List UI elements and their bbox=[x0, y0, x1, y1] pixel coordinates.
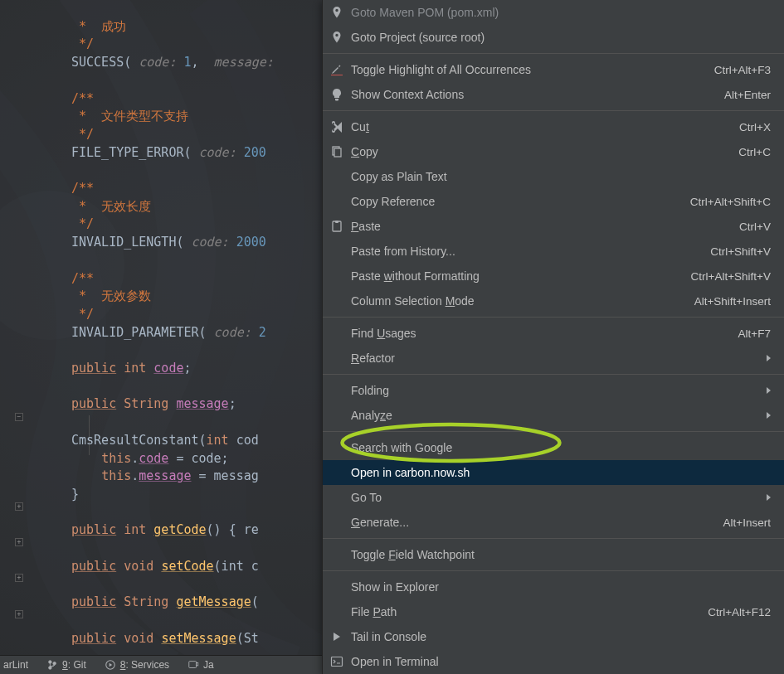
menu-search-google[interactable]: Search with Google bbox=[323, 435, 784, 460]
services-run-icon bbox=[105, 659, 116, 671]
svg-rect-7 bbox=[335, 221, 338, 223]
keyword: public bbox=[71, 594, 116, 609]
method: setCode bbox=[161, 559, 213, 574]
fold-toggle[interactable]: + bbox=[15, 538, 23, 546]
menu-shortcut: Alt+Shift+Insert bbox=[694, 295, 771, 308]
menu-cut[interactable]: Cut Ctrl+X bbox=[323, 114, 784, 139]
doc-end: */ bbox=[71, 127, 94, 142]
menu-show-context-actions[interactable]: Show Context Actions Alt+Enter bbox=[323, 82, 784, 107]
menu-goto-project[interactable]: Goto Project (source root) bbox=[323, 25, 784, 50]
docline: * bbox=[71, 289, 101, 303]
enum-const: INVALID_PARAMETER bbox=[71, 325, 199, 340]
doc-text: 无效长度 bbox=[101, 199, 151, 214]
enum-const: INVALID_LENGTH bbox=[71, 235, 176, 250]
menu-copy[interactable]: Copy Ctrl+C bbox=[323, 139, 784, 164]
menu-paste-history[interactable]: Paste from History... Ctrl+Shift+V bbox=[323, 239, 784, 264]
keyword: public bbox=[71, 559, 116, 574]
doc-end: */ bbox=[71, 36, 94, 51]
menu-label: Tail in Console bbox=[351, 630, 426, 643]
doc-text: 成功 bbox=[101, 19, 126, 34]
chevron-right-icon bbox=[767, 387, 771, 394]
menu-folding[interactable]: Folding bbox=[323, 378, 784, 403]
code-text: = code; bbox=[168, 451, 228, 466]
menu-separator bbox=[323, 570, 784, 571]
docline: * bbox=[71, 199, 101, 214]
fold-toggle[interactable]: + bbox=[15, 610, 23, 618]
menu-label: Search with Google bbox=[351, 441, 452, 454]
context-menu[interactable]: Goto Maven POM (pom.xml) Goto Project (s… bbox=[322, 0, 784, 674]
keyword: this bbox=[101, 451, 131, 466]
keyword: this bbox=[101, 468, 131, 483]
gutter: − + + + + bbox=[0, 0, 25, 655]
status-label: Ja bbox=[203, 659, 214, 671]
menu-open-carbon[interactable]: Open in carbon.now.sh bbox=[323, 460, 784, 485]
code-text: (int c bbox=[214, 559, 259, 574]
code-text: ( bbox=[251, 594, 259, 609]
param-label: code: bbox=[139, 55, 176, 70]
keyword: public bbox=[71, 396, 116, 411]
status-git[interactable]: 9: Git bbox=[46, 659, 86, 671]
fold-toggle[interactable]: − bbox=[15, 413, 23, 421]
keyword: public bbox=[71, 361, 116, 376]
menu-paste[interactable]: Paste Ctrl+V bbox=[323, 214, 784, 239]
svg-rect-12 bbox=[197, 662, 198, 666]
field: code bbox=[139, 451, 168, 466]
enum-const: FILE_TYPE_ERROR bbox=[71, 145, 183, 160]
menu-paste-without-formatting[interactable]: Paste without Formatting Ctrl+Alt+Shift+… bbox=[323, 264, 784, 289]
menu-analyze[interactable]: Analyze bbox=[323, 403, 784, 428]
menu-file-path[interactable]: File Path Ctrl+Alt+F12 bbox=[323, 599, 784, 624]
param-label: message: bbox=[214, 55, 274, 70]
method: getCode bbox=[153, 522, 206, 537]
menu-go-to[interactable]: Go To bbox=[323, 485, 784, 510]
menu-copy-reference[interactable]: Copy Reference Ctrl+Alt+Shift+C bbox=[323, 189, 784, 214]
menu-shortcut: Ctrl+Alt+F3 bbox=[714, 64, 771, 76]
menu-label: Generate... bbox=[351, 516, 409, 529]
menu-label: Open in carbon.now.sh bbox=[351, 466, 470, 479]
menu-label: Copy bbox=[351, 145, 378, 158]
menu-shortcut: Ctrl+Alt+F12 bbox=[708, 606, 771, 618]
menu-goto-maven-pom[interactable]: Goto Maven POM (pom.xml) bbox=[323, 0, 784, 25]
menu-label: File Path bbox=[351, 605, 397, 618]
menu-column-selection[interactable]: Column Selection Mode Alt+Shift+Insert bbox=[323, 289, 784, 313]
menu-label: Copy Reference bbox=[351, 195, 435, 208]
keyword: public bbox=[71, 522, 116, 537]
highlighter-icon bbox=[329, 62, 344, 77]
menu-shortcut: Ctrl+Alt+Shift+V bbox=[691, 270, 771, 283]
menu-show-explorer[interactable]: Show in Explorer bbox=[323, 575, 784, 599]
doc-open: /** bbox=[71, 91, 94, 106]
menu-copy-plain[interactable]: Copy as Plain Text bbox=[323, 164, 784, 189]
type: int bbox=[124, 361, 146, 376]
menu-find-usages[interactable]: Find Usages Alt+F7 bbox=[323, 321, 784, 346]
branch-icon bbox=[46, 659, 58, 671]
menu-open-terminal[interactable]: Open in Terminal bbox=[323, 649, 784, 674]
menu-generate[interactable]: Generate... Alt+Insert bbox=[323, 510, 784, 535]
java-icon bbox=[187, 659, 199, 671]
menu-separator bbox=[323, 538, 784, 539]
menu-label: Folding bbox=[351, 384, 389, 397]
field: code bbox=[153, 361, 183, 376]
menu-label: Refactor bbox=[351, 352, 395, 365]
svg-rect-3 bbox=[331, 75, 343, 75]
svg-rect-11 bbox=[189, 662, 197, 668]
menu-toggle-field-watchpoint[interactable]: Toggle Field Watchpoint bbox=[323, 542, 784, 567]
menu-label: Analyze bbox=[351, 409, 392, 422]
status-label: 9: Git bbox=[62, 659, 86, 671]
fold-toggle[interactable]: + bbox=[15, 574, 23, 582]
menu-label: Paste without Formatting bbox=[351, 269, 480, 283]
bulb-icon bbox=[329, 87, 344, 102]
menu-label: Copy as Plain Text bbox=[351, 170, 447, 183]
status-services[interactable]: 8: Services bbox=[105, 659, 169, 671]
menu-tail-console[interactable]: Tail in Console bbox=[323, 624, 784, 649]
method: setMessage bbox=[161, 631, 236, 646]
doc-end: */ bbox=[71, 307, 94, 322]
fold-toggle[interactable]: + bbox=[15, 502, 23, 511]
menu-refactor[interactable]: Refactor bbox=[323, 346, 784, 371]
menu-shortcut: Alt+Enter bbox=[724, 89, 771, 101]
status-java[interactable]: Ja bbox=[187, 659, 214, 671]
status-sonarlint[interactable]: arLint bbox=[3, 659, 28, 671]
menu-toggle-highlight[interactable]: Toggle Highlight of All Occurrences Ctrl… bbox=[323, 57, 784, 82]
status-label: arLint bbox=[3, 659, 28, 671]
menu-label: Open in Terminal bbox=[351, 655, 439, 668]
menu-label: Column Selection Mode bbox=[351, 294, 475, 308]
type: String bbox=[124, 594, 168, 609]
